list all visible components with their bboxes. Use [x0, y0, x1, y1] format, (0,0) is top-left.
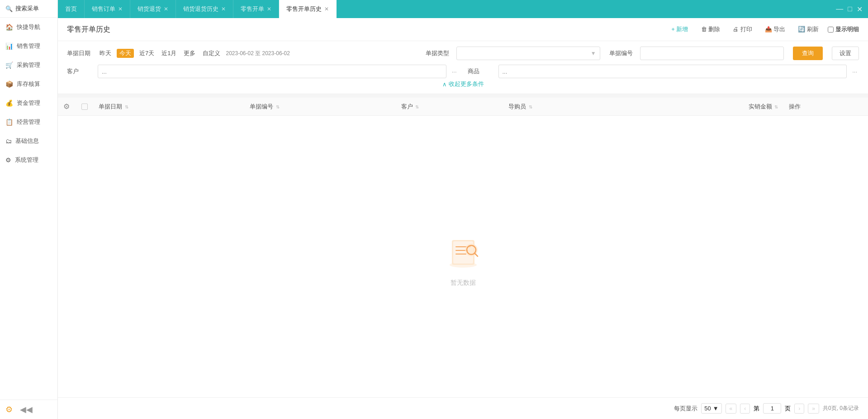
doc-no-input[interactable] [640, 47, 784, 60]
goods-field: 商品 ··· [468, 65, 859, 78]
tab-sales-return-history-label: 销货退货历史 [183, 5, 218, 13]
doc-type-select[interactable]: ▼ [456, 47, 600, 60]
print-button[interactable]: 🖨 打印 [729, 24, 756, 35]
close-window-button[interactable]: ✕ [857, 5, 863, 14]
collapse-label: 收起更多条件 [449, 80, 484, 88]
sidebar-collapse-button[interactable]: ◀◀ [20, 405, 33, 414]
shortcut-more[interactable]: 更多 [182, 49, 197, 58]
customer-input[interactable] [98, 65, 446, 78]
per-page-select[interactable]: 50 ▼ [701, 403, 721, 414]
empty-text: 暂无数据 [451, 279, 476, 287]
home-icon: 🏠 [5, 24, 13, 31]
col-actions-label: 操作 [789, 103, 801, 110]
sidebar-item-quick-nav[interactable]: 🏠 快捷导航 [0, 18, 57, 37]
sidebar-item-sys-mgmt[interactable]: ⚙ 系统管理 [0, 151, 57, 169]
per-page-value: 50 [704, 405, 711, 412]
shortcut-today[interactable]: 今天 [117, 49, 134, 58]
goods-input[interactable] [498, 65, 847, 78]
sidebar-item-purchase-mgmt[interactable]: 🛒 采购管理 [0, 56, 57, 75]
search-btn[interactable]: 🔍 搜索采单 [0, 0, 57, 18]
doc-type-label: 单据类型 [426, 49, 453, 57]
collapse-row: ∧ 收起更多条件 [67, 80, 859, 88]
maximize-button[interactable]: □ [848, 5, 852, 13]
col-date-label: 单据日期 [99, 103, 122, 110]
chart-icon: 📊 [5, 42, 13, 50]
tab-sales-return-close[interactable]: ✕ [164, 6, 168, 12]
prev-page-button[interactable]: ‹ [740, 404, 750, 414]
export-button[interactable]: 📤 导出 [761, 24, 789, 35]
table-settings-icon[interactable]: ⚙ [63, 103, 70, 110]
sidebar-gear-button[interactable]: ⚙ [5, 405, 13, 414]
shortcut-custom[interactable]: 自定义 [201, 49, 222, 58]
page-word: 第 [754, 405, 759, 413]
tab-sales-return-history-close[interactable]: ✕ [221, 6, 226, 12]
tab-sales-return[interactable]: 销货退货 ✕ [130, 0, 176, 18]
collapse-more-button[interactable]: ∧ 收起更多条件 [442, 80, 484, 88]
sidebar-menu: 🏠 快捷导航 📊 销售管理 🛒 采购管理 📦 库存核算 💰 资金管理 📋 经营管… [0, 18, 57, 400]
add-button[interactable]: + 新增 [668, 24, 692, 35]
sort-salesperson-icon: ⇅ [529, 104, 532, 109]
col-salesperson[interactable]: 导购员 ⇅ [503, 98, 632, 116]
query-button[interactable]: 查询 [793, 47, 823, 60]
delete-button[interactable]: 🗑 删除 [697, 24, 724, 35]
select-all-checkbox[interactable] [81, 104, 88, 110]
tab-retail-open-label: 零售开单 [241, 5, 264, 13]
date-shortcuts: 昨天 今天 近7天 近1月 更多 自定义 [98, 49, 222, 58]
empty-area: 暂无数据 [58, 116, 868, 397]
display-detail-input[interactable] [828, 27, 834, 33]
col-amount[interactable]: 实销金额 ⇅ [632, 98, 783, 116]
shortcut-yesterday[interactable]: 昨天 [98, 49, 113, 58]
col-customer-label: 客户 [401, 103, 413, 110]
col-docno-label: 单据编号 [250, 103, 273, 110]
sort-amount-icon: ⇅ [774, 104, 778, 109]
tab-retail-open[interactable]: 零售开单 ✕ [233, 0, 279, 18]
tab-retail-open-close[interactable]: ✕ [267, 6, 271, 12]
tab-retail-open-history[interactable]: 零售开单历史 ✕ [279, 0, 337, 18]
sidebar-bottom: ⚙ ◀◀ [0, 400, 57, 419]
tab-sales-order[interactable]: 销售订单 ✕ [85, 0, 130, 18]
col-actions: 操作 [783, 98, 868, 116]
sidebar-search-label: 搜索采单 [15, 5, 39, 13]
tab-sales-order-close[interactable]: ✕ [118, 6, 123, 12]
sidebar-item-sales-mgmt[interactable]: 📊 销售管理 [0, 37, 57, 56]
cart-icon: 🛒 [5, 61, 13, 69]
doc-no-field: 单据编号 [609, 47, 784, 60]
sidebar-item-inventory[interactable]: 📦 库存核算 [0, 75, 57, 94]
empty-illustration [441, 226, 486, 272]
tab-bar: 首页 销售订单 ✕ 销货退货 ✕ 销货退货历史 ✕ 零售开单 ✕ 零售开单历史 … [58, 0, 868, 18]
page-number-input[interactable] [763, 403, 781, 414]
tab-home[interactable]: 首页 [58, 0, 85, 18]
next-page-button[interactable]: › [794, 404, 804, 414]
sidebar-item-biz-mgmt[interactable]: 📋 经营管理 [0, 113, 57, 132]
goods-ellipsis-button[interactable]: ··· [850, 68, 859, 75]
shortcut-1month[interactable]: 近1月 [160, 49, 178, 58]
col-date[interactable]: 单据日期 ⇅ [93, 98, 244, 116]
table-container: ⚙ 单据日期 ⇅ 单据编号 ⇅ [58, 98, 868, 397]
date-range-display: 2023-06-02 至 2023-06-02 [226, 50, 289, 57]
filter-row-1: 单据日期 昨天 今天 近7天 近1月 更多 自定义 2023-06-02 至 2… [67, 47, 859, 60]
sidebar-item-label: 资金管理 [17, 99, 40, 107]
data-table: ⚙ 单据日期 ⇅ 单据编号 ⇅ [58, 98, 868, 116]
first-page-button[interactable]: « [726, 404, 737, 414]
clipboard-icon: 📋 [5, 118, 13, 126]
customer-ellipsis-button[interactable]: ··· [450, 68, 459, 75]
display-detail-checkbox[interactable]: 显示明细 [828, 25, 859, 33]
setting-button[interactable]: 设置 [832, 47, 859, 60]
tab-sales-order-label: 销售订单 [92, 5, 115, 13]
tab-sales-return-label: 销货退货 [138, 5, 161, 13]
tab-retail-open-history-close[interactable]: ✕ [324, 6, 329, 12]
chevron-down-icon: ▼ [591, 50, 596, 56]
last-page-button[interactable]: » [808, 404, 819, 414]
search-icon: 🔍 [5, 5, 13, 12]
sidebar-item-label: 系统管理 [15, 156, 38, 164]
col-docno[interactable]: 单据编号 ⇅ [244, 98, 395, 116]
col-customer[interactable]: 客户 ⇅ [396, 98, 503, 116]
sidebar-item-finance[interactable]: 💰 资金管理 [0, 94, 57, 113]
minimize-button[interactable]: — [836, 5, 843, 13]
filter-area: 单据日期 昨天 今天 近7天 近1月 更多 自定义 2023-06-02 至 2… [58, 41, 868, 94]
sidebar-item-base-info[interactable]: 🗂 基础信息 [0, 132, 57, 151]
shortcut-7days[interactable]: 近7天 [138, 49, 156, 58]
refresh-button[interactable]: 🔄 刷新 [794, 24, 822, 35]
tab-sales-return-history[interactable]: 销货退货历史 ✕ [176, 0, 233, 18]
customer-label: 客户 [67, 67, 94, 75]
